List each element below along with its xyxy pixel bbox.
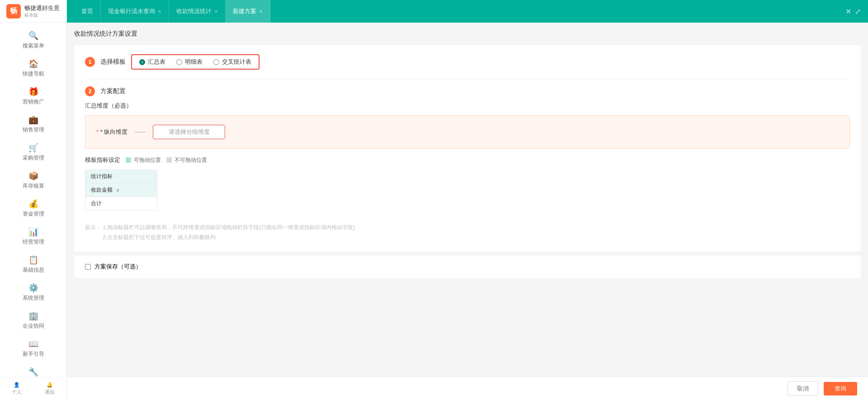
sidebar-item-sales[interactable]: 💼 销售管理	[0, 110, 66, 138]
sidebar-bottom-notification[interactable]: 🔔 通知	[45, 382, 55, 395]
chart-icon: 📊	[28, 227, 38, 237]
tab-bar-actions: ✕ ⤢	[845, 7, 861, 16]
tab-home[interactable]: 首页	[74, 0, 101, 23]
metrics-table-row[interactable]: 收款金额 ∨	[85, 184, 157, 197]
step1-row: 1 选择模板 汇总表 明细表 交叉统计表	[85, 54, 850, 70]
sidebar-item-inventory[interactable]: 📦 库存核算	[0, 166, 66, 194]
sidebar-item-label: 系统管理	[23, 294, 44, 302]
tab-payment-stat-label: 收款情况统计	[176, 7, 212, 15]
sidebar-item-label: 经营管理	[23, 238, 44, 246]
legend-draggable: 可拖动位置	[126, 156, 161, 164]
sidebar-item-guide[interactable]: 📖 新手引导	[0, 334, 66, 362]
template-summary-label: 汇总表	[148, 58, 165, 66]
gear-icon: ⚙️	[28, 283, 38, 293]
tab-new-plan-label: 新建方案	[233, 7, 256, 15]
sidebar-item-purchase[interactable]: 🛒 采购管理	[0, 138, 66, 166]
sidebar-item-label: 销售管理	[23, 126, 44, 134]
sidebar-item-label: 基础信息	[23, 266, 44, 274]
tip-text-2: 2.点击标题栏下拉可设置排序、插入列和删除列	[85, 233, 216, 243]
tab-cashflow[interactable]: 现金银行流水查询 ✕	[101, 0, 169, 23]
sidebar-item-label: 营销推广	[23, 98, 44, 106]
wrench-icon: 🔧	[28, 367, 38, 377]
template-options: 汇总表 明细表 交叉统计表	[131, 54, 259, 70]
logo-text: 畅捷通好生意	[24, 4, 60, 12]
template-cross-label: 交叉统计表	[222, 58, 251, 66]
book-icon: 📖	[28, 339, 38, 349]
legend-non-draggable-label: 不可拖动位置	[175, 156, 207, 164]
legend-dot-draggable	[126, 157, 131, 163]
search-icon: 🔍	[28, 31, 38, 41]
tab-cashflow-label: 现金银行流水查询	[108, 7, 155, 15]
dimension-area: * * 纵向维度 —— 请选择分组维度	[85, 115, 850, 149]
legend-dot-non-draggable	[166, 157, 172, 163]
template-cross-option[interactable]: 交叉统计表	[213, 58, 251, 66]
dimension-selector[interactable]: 请选择分组维度	[153, 125, 225, 139]
sidebar-item-hardware[interactable]: 🔧 智能硬件	[0, 362, 66, 377]
home-icon: 🏠	[28, 59, 38, 69]
tab-payment-stat-close[interactable]: ✕	[214, 9, 218, 14]
bottom-action-bar: 取消 查询	[67, 376, 868, 400]
template-summary-radio[interactable]	[139, 59, 145, 65]
tab-payment-stat[interactable]: 收款情况统计 ✕	[169, 0, 226, 23]
page-breadcrumb: 收款情况统计方案设置	[74, 30, 861, 38]
tab-close-all-btn[interactable]: ✕	[845, 7, 851, 16]
main-wrapper: 首页 现金银行流水查询 ✕ 收款情况统计 ✕ 新建方案 ✕ ✕ ⤢ 收款情况统计…	[67, 0, 868, 400]
tab-expand-btn[interactable]: ⤢	[855, 7, 861, 16]
sidebar-item-finance[interactable]: 💰 资金管理	[0, 194, 66, 222]
sidebar-item-enterprise[interactable]: 🏢 企业协同	[0, 306, 66, 334]
step2-content: 汇总维度（必选） * * 纵向维度 —— 请选择分组维度	[85, 102, 850, 242]
notification-label: 通知	[45, 389, 55, 395]
sidebar-item-label: 快捷导航	[23, 70, 44, 78]
sidebar-bottom: 👤 个人 🔔 通知	[0, 377, 66, 400]
dimension-row: * * 纵向维度 —— 请选择分组维度	[96, 125, 839, 139]
plan-save-row: 方案保存（可选）	[74, 255, 861, 278]
sidebar-item-label: 新手引导	[23, 350, 44, 358]
step2-label: 方案配置	[100, 87, 126, 95]
tab-cashflow-close[interactable]: ✕	[158, 9, 161, 14]
tab-new-plan[interactable]: 新建方案 ✕	[226, 0, 270, 23]
sidebar-item-label: 库存核算	[23, 182, 44, 190]
sidebar-item-basicinfo[interactable]: 📋 基础信息	[0, 250, 66, 278]
briefcase-icon: 💼	[28, 115, 38, 125]
query-button[interactable]: 查询	[824, 382, 857, 395]
dimension-placeholder: 请选择分组维度	[169, 128, 210, 136]
sidebar-bottom-profile[interactable]: 👤 个人	[12, 382, 22, 395]
metrics-header: 模板指标设定 可拖动位置 不可拖动位置	[85, 156, 850, 164]
sidebar-item-label: 搜索菜单	[23, 42, 44, 50]
tab-new-plan-close[interactable]: ✕	[259, 9, 263, 14]
template-summary-option[interactable]: 汇总表	[139, 58, 165, 66]
summary-dimensions-title: 汇总维度（必选）	[85, 102, 850, 110]
cancel-button[interactable]: 取消	[788, 381, 818, 396]
page-content: 收款情况统计方案设置 1 选择模板 汇总表 明细表	[67, 23, 868, 400]
step2-row: 2 方案配置	[85, 86, 850, 96]
plan-save-label: 方案保存（可选）	[94, 263, 142, 271]
sidebar-item-home[interactable]: 🏠 快捷导航	[0, 54, 66, 82]
chevron-down-icon[interactable]: ∨	[116, 188, 119, 193]
sidebar-nav: 🔍 搜索菜单 🏠 快捷导航 🎁 营销推广 💼 销售管理 🛒 采购管理 📦 库存核…	[0, 23, 66, 377]
template-detail-label: 明细表	[185, 58, 203, 66]
sidebar-item-marketing[interactable]: 🎁 营销推广	[0, 82, 66, 110]
gift-icon: 🎁	[28, 87, 38, 97]
profile-label: 个人	[12, 389, 22, 395]
metrics-row-value: 收款金额	[91, 186, 113, 194]
legend-draggable-label: 可拖动位置	[134, 156, 161, 164]
section-card: 1 选择模板 汇总表 明细表 交叉统计表	[74, 45, 861, 251]
logo-badge: 标准版	[24, 12, 60, 19]
template-cross-radio[interactable]	[213, 59, 219, 65]
logo-icon: 畅	[6, 4, 21, 19]
sidebar-item-search[interactable]: 🔍 搜索菜单	[0, 26, 66, 54]
tab-home-label: 首页	[81, 7, 93, 15]
sidebar: 畅 畅捷通好生意 标准版 🔍 搜索菜单 🏠 快捷导航 🎁 营销推广 💼 销售管理…	[0, 0, 67, 400]
sidebar-item-operations[interactable]: 📊 经营管理	[0, 222, 66, 250]
metrics-section: 模板指标设定 可拖动位置 不可拖动位置 统计指标 收款金	[85, 156, 850, 212]
clipboard-icon: 📋	[28, 255, 38, 265]
profile-icon: 👤	[14, 382, 20, 388]
sidebar-item-system[interactable]: ⚙️ 系统管理	[0, 278, 66, 306]
step2-badge: 2	[85, 86, 95, 96]
metrics-table-header: 统计指标	[85, 170, 157, 184]
plan-save-checkbox[interactable]	[85, 264, 91, 270]
template-detail-radio[interactable]	[176, 59, 182, 65]
metrics-table: 统计指标 收款金额 ∨ 合计	[85, 169, 157, 211]
template-detail-option[interactable]: 明细表	[176, 58, 203, 66]
sidebar-logo: 畅 畅捷通好生意 标准版	[0, 0, 66, 23]
